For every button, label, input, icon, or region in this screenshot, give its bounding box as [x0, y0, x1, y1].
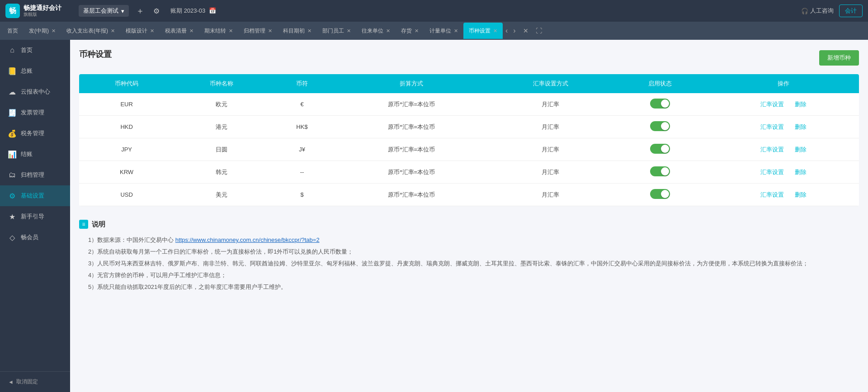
rate-setting-link[interactable]: 汇率设置 [760, 146, 784, 153]
tab-period-end[interactable]: 期末结转 ✕ [199, 23, 238, 39]
sidebar-tax-label: 税务管理 [21, 129, 44, 137]
col-symbol: 币符 [269, 74, 335, 93]
toggle-switch[interactable] [650, 144, 670, 154]
tab-home[interactable]: 首页 [2, 23, 24, 39]
sidebar-item-invoice[interactable]: 🧾 发票管理 [0, 102, 70, 123]
tab-dept[interactable]: 部门员工 ✕ [317, 23, 356, 39]
app-container: 畅 畅捷通好会计 旗舰版 基层工会测试 ▾ ＋ ⚙ 账期 2023-03 📅 🎧… [0, 0, 868, 392]
toggle-track [650, 166, 670, 176]
sidebar-settings-label: 基础设置 [21, 192, 44, 200]
consultant-button[interactable]: 🎧 人工咨询 [801, 7, 834, 15]
maximize-button[interactable]: ⛶ [533, 26, 545, 35]
tab-tax-close[interactable]: ✕ [189, 28, 193, 34]
ledger-icon: 📒 [8, 67, 16, 75]
settings-gear-button[interactable]: ⚙ [151, 7, 161, 15]
member-icon: ◇ [8, 233, 16, 241]
tab-nav-prev[interactable]: ‹ [503, 25, 510, 37]
sidebar-item-reports[interactable]: ☁ 云报表中心 [0, 81, 70, 102]
logo-icon: 畅 [5, 4, 20, 18]
sidebar-item-settings[interactable]: ⚙ 基础设置 [0, 185, 70, 206]
rate-setting-link[interactable]: 汇率设置 [760, 101, 784, 108]
sidebar-item-member[interactable]: ◇ 畅会员 [0, 227, 70, 248]
col-name: 币种名称 [174, 74, 269, 93]
company-selector[interactable]: 基层工会测试 ▾ [79, 5, 129, 17]
tab-template[interactable]: 模版设计 ✕ [120, 23, 160, 39]
toggle-switch[interactable] [650, 166, 670, 176]
tab-currency-close[interactable]: ✕ [493, 28, 497, 34]
new-currency-button[interactable]: 新增币种 [819, 50, 859, 66]
logo-name: 畅捷通好会计 [24, 4, 61, 12]
tab-currency[interactable]: 币种设置 ✕ [463, 23, 503, 39]
tab-period-end-close[interactable]: ✕ [229, 28, 233, 34]
tab-inventory[interactable]: 存货 ✕ [396, 23, 424, 39]
toggle-switch[interactable] [650, 189, 670, 199]
sidebar-footer[interactable]: ◄ 取消固定 [0, 371, 70, 392]
toggle-switch[interactable] [650, 121, 670, 131]
tab-nav-next[interactable]: › [510, 25, 518, 37]
tab-balance-label: 发(中期) [29, 27, 49, 35]
note-header: ≡ 说明 [79, 220, 859, 229]
sidebar-item-guide[interactable]: ★ 新手引导 [0, 206, 70, 227]
tab-income-close[interactable]: ✕ [111, 28, 115, 34]
note-item: 1）数据来源：中国外汇交易中心 https://www.chinamoney.c… [88, 234, 859, 246]
logo-text: 畅捷通好会计 旗舰版 [24, 4, 61, 18]
tab-bar: 首页 发(中期) ✕ 收入支出表(年报) ✕ 模版设计 ✕ 税表清册 ✕ 期末结… [0, 22, 868, 40]
period-label: 账期 [170, 7, 182, 14]
tab-dept-close[interactable]: ✕ [347, 28, 351, 34]
tab-archive-mgmt-close[interactable]: ✕ [268, 28, 272, 34]
note-item: 3）人民币对马来西亚林吉特、俄罗斯卢布、南非兰特、韩元、阿联酋迪拉姆、沙特里亚尔… [88, 258, 859, 269]
tab-tax[interactable]: 税表清册 ✕ [160, 23, 199, 39]
note-link[interactable]: https://www.chinamoney.com.cn/chinese/bk… [175, 236, 320, 243]
guide-icon: ★ [8, 213, 16, 221]
add-tab-button[interactable]: ＋ [134, 5, 146, 16]
account-button[interactable]: 会计 [839, 5, 863, 17]
note-section: ≡ 说明 1）数据来源：中国外汇交易中心 https://www.chinamo… [79, 220, 859, 293]
consultant-label: 人工咨询 [810, 7, 834, 15]
cell-rate-method: 月汇率 [488, 116, 613, 138]
delete-link[interactable]: 删除 [795, 101, 807, 108]
tab-balance[interactable]: 发(中期) ✕ [24, 23, 61, 39]
company-name: 基层工会测试 [83, 7, 118, 15]
tab-measure-close[interactable]: ✕ [454, 28, 458, 34]
tab-archive-mgmt[interactable]: 归档管理 ✕ [238, 23, 278, 39]
tab-archive-mgmt-label: 归档管理 [244, 27, 265, 35]
tab-template-label: 模版设计 [126, 27, 147, 35]
tab-units-close[interactable]: ✕ [386, 28, 390, 34]
content-area: 币种设置 新增币种 币种代码 币种名称 币符 折算方式 汇率设置方式 启用状态 … [70, 40, 868, 392]
toggle-thumb [661, 145, 669, 153]
cell-status [613, 93, 708, 116]
tab-inventory-close[interactable]: ✕ [415, 28, 419, 34]
cell-status [613, 138, 708, 161]
delete-link[interactable]: 删除 [795, 146, 807, 153]
delete-link[interactable]: 删除 [795, 123, 807, 130]
sidebar-item-home[interactable]: ⌂ 首页 [0, 40, 70, 61]
sidebar-item-tax[interactable]: 💰 税务管理 [0, 123, 70, 144]
sidebar-item-archive[interactable]: 🗂 归档管理 [0, 165, 70, 185]
cell-rate-method: 月汇率 [488, 93, 613, 116]
rate-setting-link[interactable]: 汇率设置 [760, 123, 784, 130]
cell-conversion: 原币*汇率=本位币 [335, 161, 488, 184]
tab-subject[interactable]: 科目期初 ✕ [278, 23, 317, 39]
delete-link[interactable]: 删除 [795, 169, 807, 175]
rate-setting-link[interactable]: 汇率设置 [760, 191, 784, 198]
close-tab-button[interactable]: ✕ [520, 26, 531, 35]
toggle-switch[interactable] [650, 99, 670, 109]
page-title: 币种设置 [79, 49, 112, 60]
tab-income[interactable]: 收入支出表(年报) ✕ [61, 23, 120, 39]
calendar-icon[interactable]: 📅 [209, 7, 216, 14]
tab-template-close[interactable]: ✕ [150, 28, 154, 34]
toggle-thumb [661, 122, 669, 130]
sidebar-item-ledger[interactable]: 📒 总账 [0, 61, 70, 81]
tab-balance-close[interactable]: ✕ [52, 28, 56, 34]
rate-setting-link[interactable]: 汇率设置 [760, 169, 784, 175]
tab-subject-label: 科目期初 [283, 27, 305, 35]
table-row: KRW 韩元 -- 原币*汇率=本位币 月汇率 汇率设置 删除 [79, 161, 859, 184]
tab-units[interactable]: 往来单位 ✕ [356, 23, 396, 39]
pin-icon: ◄ [8, 379, 14, 385]
tab-subject-close[interactable]: ✕ [307, 28, 311, 34]
cell-name: 美元 [174, 184, 269, 206]
tab-inventory-label: 存货 [401, 27, 412, 35]
sidebar-item-checkout[interactable]: 📊 结账 [0, 144, 70, 165]
delete-link[interactable]: 删除 [795, 191, 807, 198]
tab-measure[interactable]: 计量单位 ✕ [424, 23, 463, 39]
